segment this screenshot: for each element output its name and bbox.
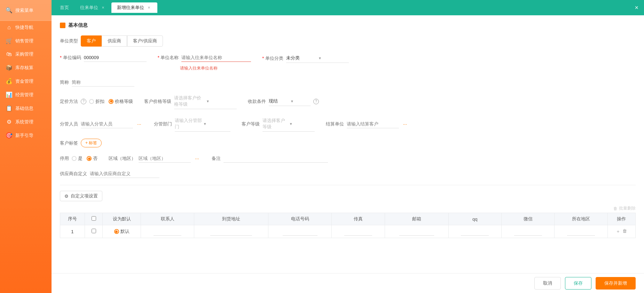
radio-price-level-circle: [109, 99, 113, 104]
form-row-unit-type: 单位类型 客户 供应商 客户/供应商: [60, 35, 636, 47]
row-action: ＋ 🗑: [607, 225, 635, 238]
phone-input[interactable]: [283, 227, 317, 236]
sidebar-item-inventory[interactable]: 📦 库存核算: [0, 61, 52, 74]
form-row-manager: 分管人员 ··· 分管部门 请输入分管部门 ▼ 客户等级 请选择客户等级 ▼: [60, 116, 636, 132]
sidebar-item-guide[interactable]: 🎯 新手引导: [0, 129, 52, 142]
sidebar-item-purchase[interactable]: 🛍 采购管理: [0, 48, 52, 61]
btn-both[interactable]: 客户/供应商: [127, 35, 163, 47]
department-select[interactable]: 请输入分管部门 ▼: [175, 116, 230, 132]
row-default-radio[interactable]: 默认: [106, 228, 137, 235]
cancel-button[interactable]: 取消: [534, 277, 561, 290]
row-address[interactable]: [194, 225, 268, 238]
contact-input[interactable]: [154, 227, 181, 236]
abbr-input[interactable]: [72, 78, 134, 87]
col-email: 邮箱: [385, 213, 448, 225]
qq-input[interactable]: [461, 227, 489, 236]
save-button[interactable]: 保存: [565, 277, 591, 290]
sidebar-item-search[interactable]: 🔍 搜索菜单: [0, 3, 52, 17]
field-customer-tag: 客户标签 + 标签: [60, 139, 102, 147]
add-row-btn[interactable]: ＋: [616, 228, 620, 235]
radio-discount[interactable]: 折扣: [89, 98, 104, 105]
col-default: 设为默认: [103, 213, 141, 225]
form-row-abbr: 简称: [60, 78, 636, 87]
sidebar-item-finance[interactable]: 💰 资金管理: [0, 74, 52, 88]
manager-input[interactable]: [81, 120, 133, 128]
form-footer: 取消 保存 保存并新增: [52, 273, 644, 293]
sidebar-item-sales[interactable]: 🛒 销售管理: [0, 34, 52, 48]
customer-price-select[interactable]: 请选择客户价格等级 ▼: [174, 93, 237, 109]
add-tag-button[interactable]: + 标签: [81, 139, 102, 147]
region-table-input[interactable]: [567, 227, 595, 236]
row-qq[interactable]: [448, 225, 501, 238]
col-qq: qq: [448, 213, 501, 225]
close-all-tabs[interactable]: ×: [632, 3, 641, 13]
settlement-input[interactable]: [347, 120, 399, 128]
row-contact[interactable]: [141, 225, 194, 238]
btn-customer[interactable]: 客户: [81, 35, 102, 47]
sidebar-item-operations[interactable]: 📊 经营管理: [0, 88, 52, 101]
tab-new-partner[interactable]: 新增往来单位 ×: [111, 2, 157, 13]
sidebar-item-quicknav[interactable]: ⌂ 快捷导航: [0, 21, 52, 34]
sidebar: 🔍 搜索菜单 ⌂ 快捷导航 🛒 销售管理 🛍 采购管理 📦 库存核算 💰 资金管…: [0, 0, 52, 293]
radio-yes[interactable]: 是: [72, 155, 83, 162]
sidebar-item-system[interactable]: ⚙ 系统管理: [0, 115, 52, 129]
unit-type-label: 单位类型: [60, 38, 78, 44]
row-wechat[interactable]: [501, 225, 554, 238]
payment-terms-select[interactable]: 现结 ▼: [269, 97, 311, 106]
guide-icon: 🎯: [6, 132, 13, 139]
wechat-input[interactable]: [514, 227, 542, 236]
sidebar-search[interactable]: 🔍 搜索菜单: [0, 0, 52, 21]
email-input[interactable]: [399, 227, 434, 236]
field-customer-price: 客户价格等级 请选择客户价格等级 ▼: [144, 93, 237, 109]
row-checkbox-1[interactable]: [92, 229, 96, 233]
money-icon: 💰: [6, 78, 13, 84]
pricing-method-label: 定价方法: [60, 98, 78, 105]
main-area: 首页 往来单位 × 新增往来单位 × × 基本信息 单位类型 客户: [52, 0, 644, 293]
row-phone[interactable]: [268, 225, 332, 238]
close-new-partner-tab[interactable]: ×: [146, 5, 152, 10]
gear-settings-icon: ⚙: [64, 194, 69, 199]
search-icon: 🔍: [6, 7, 13, 14]
col-address: 到货地址: [194, 213, 268, 225]
region-input[interactable]: [139, 154, 191, 163]
tab-partners[interactable]: 往来单位 ×: [74, 2, 111, 13]
tab-bar: 首页 往来单位 × 新增往来单位 × ×: [52, 0, 644, 15]
row-fax[interactable]: [332, 225, 385, 238]
close-partners-tab[interactable]: ×: [100, 5, 106, 10]
row-email[interactable]: [385, 225, 448, 238]
row-region[interactable]: [555, 225, 607, 238]
batch-delete-label[interactable]: 批量删除: [619, 205, 636, 211]
pricing-radio-group: 折扣 价格等级: [89, 98, 133, 105]
form-row-tag: 客户标签 + 标签: [60, 139, 636, 147]
delete-row-btn[interactable]: 🗑: [622, 228, 627, 235]
btn-supplier[interactable]: 供应商: [102, 35, 127, 47]
payment-help-icon[interactable]: ?: [313, 99, 319, 104]
customer-level-select[interactable]: 请选择客户等级 ▼: [262, 116, 315, 132]
radio-no[interactable]: 否: [87, 155, 97, 162]
col-no: 序号: [60, 213, 85, 225]
col-region: 所在地区: [555, 213, 607, 225]
tab-home[interactable]: 首页: [54, 2, 74, 13]
save-new-button[interactable]: 保存并新增: [596, 277, 636, 290]
supplier-custom-label: 供应商自定义: [60, 171, 87, 177]
unit-code-input[interactable]: [84, 54, 147, 62]
sidebar-item-basic[interactable]: 📋 基础信息: [0, 101, 52, 115]
address-input[interactable]: [210, 227, 252, 236]
col-checkbox: [85, 213, 102, 225]
select-all-checkbox[interactable]: [92, 216, 96, 221]
unit-type-group: 客户 供应商 客户/供应商: [81, 35, 163, 47]
section-icon: [60, 23, 65, 28]
radio-price-level[interactable]: 价格等级: [109, 98, 133, 105]
fax-input[interactable]: [344, 227, 372, 236]
unit-name-input[interactable]: [181, 54, 251, 62]
field-payment-terms: 收款条件 现结 ▼ ?: [248, 97, 319, 106]
remark-input[interactable]: [223, 154, 328, 163]
pricing-help-icon[interactable]: ?: [81, 99, 86, 104]
radio-no-circle: [87, 156, 92, 161]
supplier-custom-input[interactable]: [90, 170, 159, 178]
manager-more-btn[interactable]: ···: [136, 121, 143, 127]
unit-category-select[interactable]: 未分类 ▼: [286, 54, 349, 63]
settlement-more-btn[interactable]: ···: [402, 121, 409, 127]
region-more-btn[interactable]: ···: [194, 156, 201, 161]
custom-settings-button[interactable]: ⚙ 自定义项设置: [60, 191, 102, 201]
